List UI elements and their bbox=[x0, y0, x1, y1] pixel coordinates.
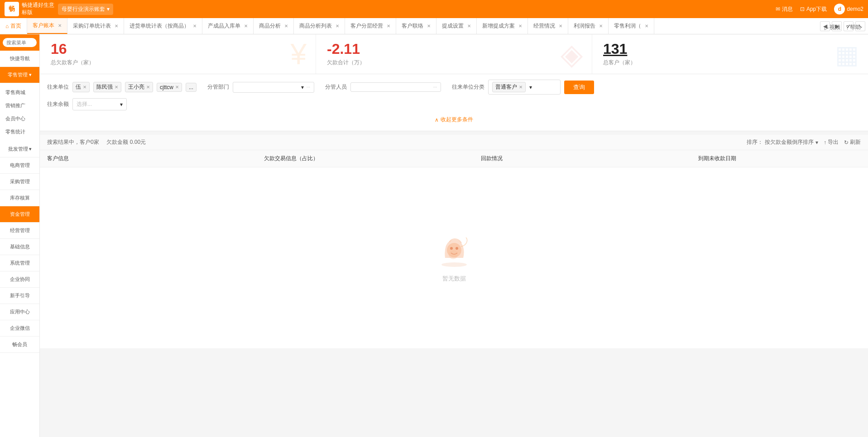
tab-raise-settings[interactable]: 提成设置 ✕ bbox=[436, 18, 477, 34]
tab-purchase-order-stats[interactable]: 采购订单统计表 ✕ bbox=[67, 18, 124, 34]
sidebar-item-finance-mgmt[interactable]: 资金管理 bbox=[0, 206, 39, 223]
refresh-icon: ↻ bbox=[844, 139, 849, 146]
sidebar-item-app-center[interactable]: 应用中心 bbox=[0, 304, 39, 320]
result-bar-right: 排序： 按欠款金额倒序排序 ▾ ↑ 导出 ↻ 刷新 bbox=[747, 138, 861, 146]
close-tab-merchandise-analysis-list[interactable]: ✕ bbox=[336, 24, 339, 28]
unit-class-select[interactable]: 普通客户 ✕ ▾ bbox=[488, 80, 561, 95]
close-tab-merchandise-analysis[interactable]: ✕ bbox=[284, 24, 288, 28]
more-units-button[interactable]: ... bbox=[186, 83, 197, 92]
remove-tag-unit-3[interactable]: ✕ bbox=[146, 85, 150, 90]
logo-icon: 畅 bbox=[5, 2, 19, 16]
collapse-filter-button[interactable]: ∧ 收起更多条件 bbox=[47, 114, 861, 125]
close-tab-profit-report[interactable]: ✕ bbox=[599, 24, 603, 28]
close-tab-customer-segment[interactable]: ✕ bbox=[387, 24, 390, 28]
tab-operations[interactable]: 经营情况 ✕ bbox=[528, 18, 568, 34]
stat-icon-amount: ◈ bbox=[561, 38, 583, 71]
nav-tabs: ⌂ 首页 客户账本 ✕ 采购订单统计表 ✕ 进货单统计表（按商品） ✕ 产成品入… bbox=[0, 18, 868, 34]
sidebar-item-corp-coop[interactable]: 企业协同 bbox=[0, 271, 39, 288]
search-input[interactable] bbox=[3, 38, 37, 47]
svg-point-0 bbox=[441, 262, 467, 267]
result-summary: 搜索结果中，客户0家 欠款金额 0.00元 bbox=[47, 138, 146, 146]
close-tab-customer-contact[interactable]: ✕ bbox=[427, 24, 431, 28]
tab-retail-profit[interactable]: 零售利润（ ✕ bbox=[609, 18, 654, 34]
sort-select[interactable]: 排序： 按欠款金额倒序排序 ▾ bbox=[747, 138, 818, 146]
query-button[interactable]: 查询 bbox=[564, 81, 594, 94]
stat-card-total-customers: ▦ 131 总客户（家） bbox=[592, 34, 868, 74]
sidebar-item-quick-nav[interactable]: 快捷导航 bbox=[0, 51, 39, 67]
unit-label: 往来单位 bbox=[47, 83, 69, 91]
sidebar-item-ecom-mgmt[interactable]: 电商管理 bbox=[0, 157, 39, 174]
sidebar-item-purchase-mgmt[interactable]: 采购管理 bbox=[0, 174, 39, 190]
dept-select[interactable]: ▾ ··· bbox=[233, 82, 314, 93]
remove-tag-unit-2[interactable]: ✕ bbox=[115, 85, 118, 90]
sidebar-item-ops-mgmt[interactable]: 经营管理 bbox=[0, 223, 39, 239]
tab-merchandise-analysis[interactable]: 商品分析 ✕ bbox=[254, 18, 294, 34]
close-tab-raise-settings[interactable]: ✕ bbox=[467, 24, 471, 28]
export-button[interactable]: ↑ 导出 bbox=[824, 138, 839, 146]
sidebar-item-inventory-check[interactable]: 库存核算 bbox=[0, 190, 39, 206]
filter-row-1: 往来单位 伍 ✕ 陈民强 ✕ 王小亮 ✕ cjttcw ✕ ... bbox=[47, 80, 861, 95]
col-overdue-date: 到期未收款日期 bbox=[698, 155, 861, 162]
top-bar: 畅 畅捷通好生意 标版 母婴行业演示账套 ▾ ✉ 消息 ⊡ App下载 d de… bbox=[0, 0, 868, 18]
sidebar-item-marketing[interactable]: 营销推广 bbox=[2, 99, 38, 112]
chevron-down-icon-class: ▾ bbox=[529, 84, 532, 90]
close-tab-purchase-order-stats[interactable]: ✕ bbox=[115, 24, 118, 28]
remove-tag-unit-4[interactable]: ✕ bbox=[175, 85, 179, 90]
more-dept-icon: ··· bbox=[307, 85, 310, 90]
remove-tag-unit-1[interactable]: ✕ bbox=[83, 85, 86, 90]
svg-point-2 bbox=[450, 247, 453, 250]
close-tab-customer-book[interactable]: ✕ bbox=[58, 23, 62, 28]
stats-row: ▷ 视频 ? 帮助 ¥ 16 总欠款客户（家） ◈ -2.11 欠款合计（万） bbox=[40, 34, 868, 74]
tab-customer-book[interactable]: 客户账本 ✕ bbox=[27, 18, 67, 34]
tab-merchandise-analysis-list[interactable]: 商品分析列表 ✕ bbox=[294, 18, 345, 34]
sidebar-item-new-guide[interactable]: 新手引导 bbox=[0, 288, 39, 304]
top-bar-left: 畅 畅捷通好生意 标版 母婴行业演示账套 ▾ bbox=[5, 2, 113, 16]
filter-tag-unit-4: cjttcw ✕ bbox=[157, 83, 182, 92]
close-tab-new-raise[interactable]: ✕ bbox=[518, 24, 522, 28]
sidebar-item-retail-mall[interactable]: 零售商城 bbox=[2, 86, 38, 99]
refresh-button[interactable]: ↻ 刷新 bbox=[844, 138, 861, 146]
balance-select[interactable]: 选择... ▾ bbox=[72, 98, 127, 110]
tab-inbound-stats[interactable]: 进货单统计表（按商品） ✕ bbox=[124, 18, 202, 34]
filter-area: 往来单位 伍 ✕ 陈民强 ✕ 王小亮 ✕ cjttcw ✕ ... bbox=[40, 74, 868, 131]
sidebar-item-retail-mgmt[interactable]: 零售管理 ▾ bbox=[0, 67, 39, 83]
sidebar-item-sys-mgmt[interactable]: 系统管理 bbox=[0, 255, 39, 271]
filter-tag-unit-2: 陈民强 ✕ bbox=[93, 82, 121, 92]
sidebar-item-vip-member[interactable]: 畅会员 bbox=[0, 337, 39, 353]
main-layout: 快捷导航 零售管理 ▾ 零售商城 营销推广 会员中心 零售统计 批发管理 ▾ 电… bbox=[0, 34, 868, 437]
sidebar-item-wholesale-mgmt[interactable]: 批发管理 ▾ bbox=[0, 141, 39, 157]
tab-profit-report[interactable]: 利润报告 ✕ bbox=[568, 18, 609, 34]
result-bar: 搜索结果中，客户0家 欠款金额 0.00元 排序： 按欠款金额倒序排序 ▾ ↑ … bbox=[40, 135, 868, 150]
user-avatar[interactable]: d demo2 bbox=[834, 4, 863, 14]
tab-product-inbound[interactable]: 产成品入库单 ✕ bbox=[202, 18, 254, 34]
sidebar: 快捷导航 零售管理 ▾ 零售商城 营销推广 会员中心 零售统计 批发管理 ▾ 电… bbox=[0, 34, 40, 437]
close-tab-product-inbound[interactable]: ✕ bbox=[244, 24, 248, 28]
balance-label: 往来余额 bbox=[47, 100, 69, 108]
avatar-icon: d bbox=[834, 4, 845, 14]
sidebar-item-member-center[interactable]: 会员中心 bbox=[2, 112, 38, 125]
company-selector[interactable]: 母婴行业演示账套 ▾ bbox=[58, 4, 113, 15]
remove-unit-class-tag[interactable]: ✕ bbox=[519, 85, 523, 90]
col-customer-info: 客户信息 bbox=[47, 155, 264, 162]
close-tab-inbound-stats[interactable]: ✕ bbox=[193, 24, 197, 28]
stat-num-credit-customers: 16 bbox=[51, 42, 305, 56]
sidebar-search-area bbox=[0, 34, 39, 51]
app-download-button[interactable]: ⊡ App下载 bbox=[800, 5, 827, 13]
sidebar-retail-subnav: 零售商城 营销推广 会员中心 零售统计 bbox=[0, 83, 39, 141]
sidebar-item-corp-wechat[interactable]: 企业微信 bbox=[0, 320, 39, 337]
tab-home[interactable]: ⌂ 首页 bbox=[0, 18, 27, 34]
tab-customer-contact[interactable]: 客户联络 ✕ bbox=[396, 18, 436, 34]
close-tab-operations[interactable]: ✕ bbox=[559, 24, 562, 28]
stat-label-credit-amount: 欠款合计（万） bbox=[327, 59, 581, 66]
empty-text: 暂无数据 bbox=[442, 275, 466, 283]
sidebar-item-retail-stats[interactable]: 零售统计 bbox=[2, 125, 38, 138]
close-tab-retail-profit[interactable]: ✕ bbox=[645, 24, 648, 28]
tab-new-raise[interactable]: 新增提成方案 ✕ bbox=[477, 18, 528, 34]
sidebar-item-basic-info[interactable]: 基础信息 bbox=[0, 239, 39, 255]
logo-area: 畅 畅捷通好生意 标版 bbox=[5, 2, 54, 16]
person-select[interactable]: ··· bbox=[350, 82, 441, 92]
stat-card-credit-amount: ◈ -2.11 欠款合计（万） bbox=[316, 34, 592, 74]
tab-customer-segment[interactable]: 客户分层经营 ✕ bbox=[345, 18, 396, 34]
message-button[interactable]: ✉ 消息 bbox=[776, 5, 793, 13]
filter-tag-unit-3: 王小亮 ✕ bbox=[125, 82, 153, 92]
